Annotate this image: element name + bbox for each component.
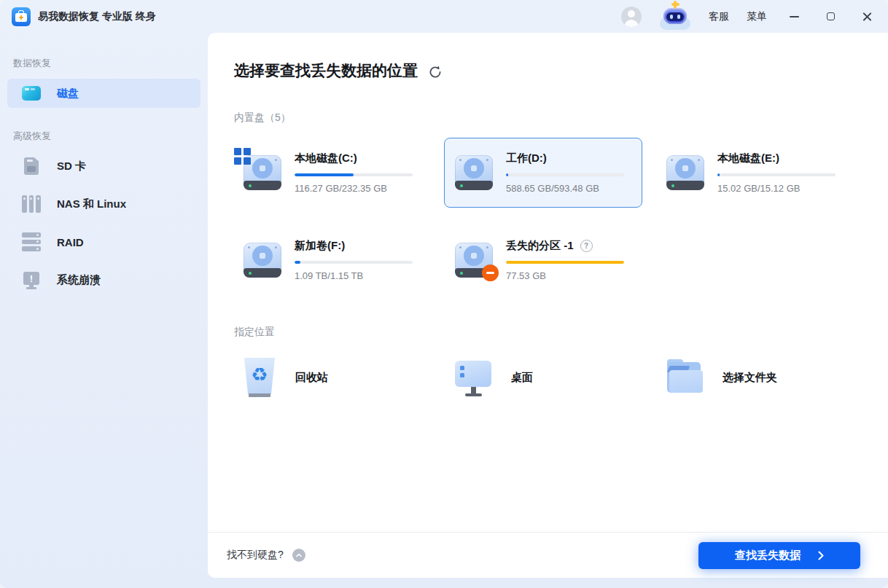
maximize-button[interactable] bbox=[821, 6, 840, 28]
usage-bar bbox=[295, 261, 413, 264]
disk-name: 工作(D:) bbox=[506, 152, 631, 165]
folder-icon bbox=[664, 358, 705, 396]
locations-section-label: 指定位置 bbox=[234, 326, 888, 339]
app-window: 易我数据恢复 专业版 终身 客服 菜单 数据恢复 磁盘 高级恢复 S bbox=[0, 0, 888, 588]
app-title: 易我数据恢复 专业版 终身 bbox=[38, 10, 156, 23]
internal-disks-section-label: 内置盘（5） bbox=[234, 111, 888, 125]
hard-drive-icon bbox=[453, 241, 494, 279]
system-crash-icon: ! bbox=[22, 270, 41, 289]
support-link[interactable]: 客服 bbox=[709, 10, 729, 23]
nas-server-icon bbox=[22, 195, 41, 214]
hard-drive-icon bbox=[665, 154, 706, 192]
location-label: 选择文件夹 bbox=[723, 371, 777, 385]
footer-bar: 找不到硬盘? 查找丢失数据 bbox=[208, 532, 888, 578]
sidebar-item-label: 磁盘 bbox=[57, 87, 79, 101]
sidebar-item-sd-card[interactable]: SD 卡 bbox=[7, 152, 200, 181]
disk-icon bbox=[22, 84, 41, 103]
hard-drive-icon bbox=[242, 154, 283, 192]
sidebar-item-label: 系统崩溃 bbox=[57, 273, 101, 287]
usage-bar bbox=[295, 173, 413, 176]
lost-partition-badge-icon bbox=[482, 264, 499, 281]
sidebar-item-raid[interactable]: RAID bbox=[7, 227, 200, 256]
cannot-find-disk-hint: 找不到硬盘? bbox=[227, 549, 284, 562]
disk-name: 本地磁盘(C:) bbox=[295, 152, 420, 165]
app-logo-icon bbox=[12, 7, 31, 26]
usage-bar bbox=[506, 173, 624, 176]
sidebar-section-data-recovery: 数据恢复 bbox=[13, 57, 208, 70]
sidebar-item-disk[interactable]: 磁盘 bbox=[7, 79, 200, 108]
menu-link[interactable]: 菜单 bbox=[747, 10, 767, 23]
locations-grid: ♻ 回收站 桌面 选择文件夹 bbox=[233, 356, 888, 399]
disk-card-lost-partition[interactable]: 丢失的分区 -1 ? 77.53 GB bbox=[444, 225, 642, 295]
minimize-button[interactable] bbox=[784, 6, 803, 28]
close-button[interactable] bbox=[857, 6, 876, 28]
disk-capacity: 116.27 GB/232.35 GB bbox=[295, 183, 420, 194]
disk-name: 新加卷(F:) bbox=[295, 239, 420, 253]
help-icon[interactable]: ? bbox=[580, 240, 593, 252]
main-panel: 选择要查找丢失数据的位置 内置盘（5） 本地磁盘(C:) 11 bbox=[208, 33, 888, 578]
sidebar-item-nas-linux[interactable]: NAS 和 Linux bbox=[7, 189, 200, 219]
disk-card-c[interactable]: 本地磁盘(C:) 116.27 GB/232.35 GB bbox=[233, 138, 431, 208]
location-select-folder[interactable]: 选择文件夹 bbox=[655, 356, 854, 399]
desktop-icon bbox=[453, 357, 494, 398]
disk-card-e[interactable]: 本地磁盘(E:) 15.02 GB/15.12 GB bbox=[655, 138, 854, 208]
sidebar-item-label: RAID bbox=[57, 236, 84, 248]
chevron-right-icon bbox=[818, 551, 824, 560]
internal-disks-grid: 本地磁盘(C:) 116.27 GB/232.35 GB 工作(D:) 588.… bbox=[233, 138, 888, 295]
location-recycle-bin[interactable]: ♻ 回收站 bbox=[233, 356, 431, 399]
refresh-icon[interactable] bbox=[428, 65, 443, 79]
disk-capacity: 588.65 GB/593.48 GB bbox=[506, 183, 631, 194]
chevron-up-icon[interactable] bbox=[292, 549, 305, 562]
sd-card-icon bbox=[22, 157, 41, 176]
user-avatar[interactable] bbox=[621, 7, 642, 27]
page-title: 选择要查找丢失数据的位置 bbox=[234, 60, 418, 81]
recycle-bin-icon: ♻ bbox=[241, 356, 278, 399]
usage-bar bbox=[717, 173, 836, 176]
assistant-robot-icon[interactable] bbox=[659, 2, 691, 31]
scan-lost-data-button[interactable]: 查找丢失数据 bbox=[698, 542, 860, 569]
disk-card-f[interactable]: 新加卷(F:) 1.09 TB/1.15 TB bbox=[233, 225, 431, 295]
location-desktop[interactable]: 桌面 bbox=[444, 356, 642, 399]
location-label: 回收站 bbox=[295, 371, 328, 385]
disk-capacity: 15.02 GB/15.12 GB bbox=[717, 183, 843, 194]
raid-array-icon bbox=[22, 232, 41, 251]
disk-name: 丢失的分区 -1 bbox=[506, 239, 574, 253]
location-label: 桌面 bbox=[511, 371, 533, 385]
hard-drive-icon bbox=[242, 241, 283, 279]
sidebar-section-advanced-recovery: 高级恢复 bbox=[13, 130, 208, 143]
hard-drive-icon bbox=[453, 154, 494, 192]
usage-bar bbox=[506, 261, 624, 264]
sidebar-item-label: SD 卡 bbox=[57, 160, 86, 173]
title-bar: 易我数据恢复 专业版 终身 客服 菜单 bbox=[0, 0, 888, 33]
disk-capacity: 77.53 GB bbox=[506, 270, 631, 281]
sidebar-item-system-crash[interactable]: ! 系统崩溃 bbox=[7, 265, 200, 294]
scan-button-label: 查找丢失数据 bbox=[735, 549, 801, 562]
windows-logo-icon bbox=[234, 148, 251, 165]
disk-capacity: 1.09 TB/1.15 TB bbox=[295, 270, 420, 281]
sidebar: 数据恢复 磁盘 高级恢复 SD 卡 NAS 和 Linux RAID ! 系统崩… bbox=[0, 33, 208, 588]
disk-card-d[interactable]: 工作(D:) 588.65 GB/593.48 GB bbox=[444, 138, 642, 208]
sidebar-item-label: NAS 和 Linux bbox=[57, 197, 126, 211]
disk-name: 本地磁盘(E:) bbox=[717, 152, 843, 165]
